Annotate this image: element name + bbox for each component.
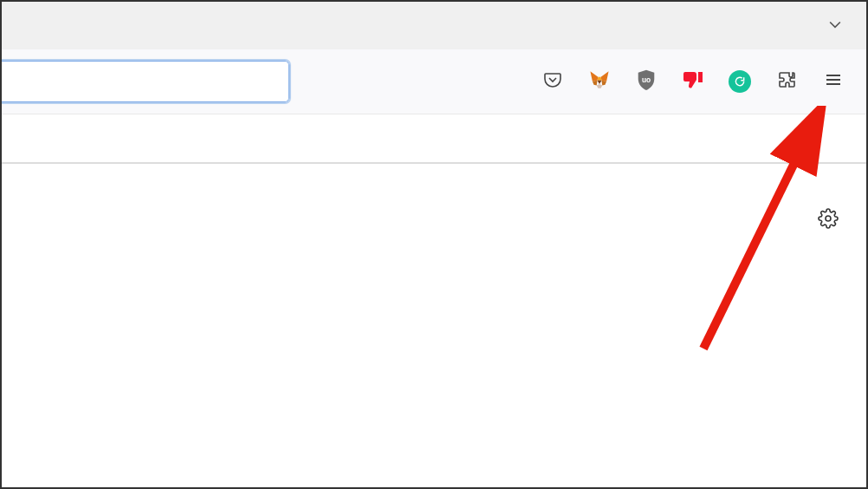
gear-icon — [818, 208, 839, 232]
hamburger-menu-icon — [823, 69, 844, 94]
svg-marker-5 — [597, 84, 603, 88]
chevron-down-icon — [826, 16, 844, 36]
browser-toolbar: uo — [2, 49, 866, 114]
svg-line-14 — [703, 119, 816, 349]
svg-marker-2 — [598, 77, 602, 81]
metamask-button[interactable] — [586, 68, 613, 95]
extensions-menu-button[interactable] — [773, 68, 800, 95]
annotation-arrow — [686, 106, 833, 357]
svg-marker-0 — [590, 71, 598, 81]
svg-marker-3 — [593, 81, 598, 86]
ublock-origin-icon: uo — [636, 68, 657, 95]
svg-rect-8 — [698, 72, 703, 82]
thumbs-down-button[interactable] — [679, 68, 707, 95]
svg-marker-4 — [601, 81, 606, 86]
page-divider — [2, 162, 866, 164]
pocket-button[interactable] — [539, 68, 567, 95]
ublock-button[interactable]: uo — [632, 68, 660, 95]
svg-text:uo: uo — [642, 75, 651, 84]
thumbs-down-icon — [682, 69, 704, 94]
svg-marker-1 — [601, 71, 609, 81]
tab-list-dropdown[interactable] — [823, 14, 847, 38]
metamask-icon — [588, 68, 611, 95]
grammarly-button[interactable] — [726, 68, 754, 95]
page-settings-button[interactable] — [814, 206, 842, 234]
tabs-bar — [2, 2, 866, 49]
svg-marker-6 — [598, 81, 602, 84]
extensions-puzzle-icon — [776, 69, 797, 94]
hamburger-menu-button[interactable] — [819, 68, 847, 95]
grammarly-icon — [729, 70, 751, 93]
toolbar-icons: uo — [539, 68, 847, 95]
address-bar[interactable] — [0, 61, 289, 102]
svg-point-12 — [826, 216, 831, 221]
pocket-icon — [542, 69, 563, 94]
